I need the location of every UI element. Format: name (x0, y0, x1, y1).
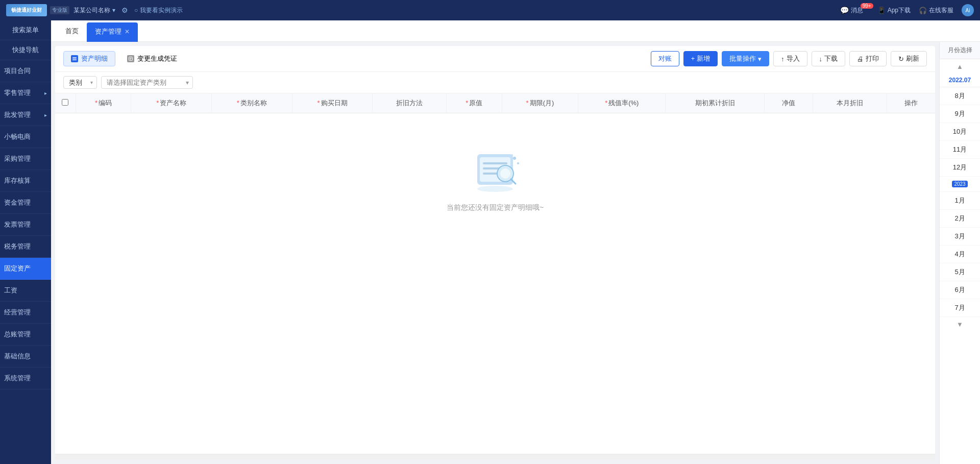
sidebar-item-fixed-assets[interactable]: 固定资产 (0, 258, 51, 280)
top-bar-left: 畅捷通好业财 专业版 某某公司名称 ▾ ⚙ ○ 我要看实例演示 (6, 4, 183, 16)
month-nav-down-button[interactable]: ▼ (955, 319, 965, 329)
month-label: 9月 (954, 109, 965, 118)
current-month-display[interactable]: 2022.07 (940, 74, 980, 87)
tax-label: 税务管理 (4, 242, 31, 251)
sidebar-item-payroll[interactable]: 工资 (0, 280, 51, 302)
svg-point-15 (513, 157, 516, 160)
demo-link[interactable]: ○ 我要看实例演示 (134, 6, 183, 15)
month-item-2022-09[interactable]: 9月 (940, 105, 980, 123)
sidebar-item-tax[interactable]: 税务管理 (0, 236, 51, 258)
user-avatar[interactable]: Ai (962, 4, 974, 16)
empty-state: 当前您还没有固定资产明细哦~ (55, 113, 935, 243)
sidebar-item-purchase-mgmt[interactable]: 采购管理 (0, 148, 51, 170)
retail-mgmt-label: 零售管理 (4, 88, 31, 97)
download-button[interactable]: ↓ 下载 (812, 51, 846, 66)
month-nav-up: ▲ (940, 59, 980, 74)
tab-active-label: 资产管理 (95, 27, 121, 36)
month-item-2023-07[interactable]: 7月 (940, 299, 980, 317)
project-contract-label: 项目合同 (4, 66, 31, 76)
month-item-2023-01[interactable]: 1月 (940, 192, 980, 210)
online-service-label: 在线客服 (929, 6, 953, 15)
batch-ops-button[interactable]: 批量操作 ▾ (722, 51, 769, 66)
col-residual-rate: *残值率(%) (578, 93, 666, 113)
month-label: 5月 (954, 267, 965, 277)
month-item-2023-05[interactable]: 5月 (940, 263, 980, 281)
sidebar-item-quick-nav[interactable]: 快捷导航 (0, 40, 51, 60)
system-mgmt-label: 系统管理 (4, 374, 31, 383)
messages-button[interactable]: 💬 消息 99+ (840, 6, 869, 15)
basic-info-label: 基础信息 (4, 352, 31, 361)
col-operations: 操作 (887, 93, 935, 113)
filter-bar: 类别 ▾ ▾ (55, 72, 935, 93)
month-item-2023-06[interactable]: 6月 (940, 281, 980, 299)
sidebar-item-finance[interactable]: 资金管理 (0, 192, 51, 214)
month-item-2022-08[interactable]: 8月 (940, 87, 980, 105)
col-code: *编码 (76, 93, 131, 113)
month-item-2022-10[interactable]: 10月 (940, 123, 980, 141)
page-body: 资产明细 变更生成凭证 对账 + 新增 批量操作 (51, 42, 980, 464)
tab-asset-management[interactable]: 资产管理 ✕ (87, 22, 138, 42)
sidebar-item-basic-info[interactable]: 基础信息 (0, 346, 51, 368)
year-2023-badge-row: 2023 (940, 177, 980, 192)
svg-rect-2 (72, 60, 77, 60)
col-original-value: *原值 (446, 93, 502, 113)
online-service-button[interactable]: 🎧 在线客服 (919, 6, 953, 15)
sidebar-item-inventory[interactable]: 库存核算 (0, 170, 51, 192)
print-button[interactable]: 🖨 打印 (849, 51, 887, 66)
message-icon: 💬 (840, 6, 849, 14)
sidebar-item-wholesale-mgmt[interactable]: 批发管理 ▸ (0, 104, 51, 126)
month-label: 2月 (954, 214, 965, 223)
category-filter-wrap: 类别 ▾ (63, 76, 97, 89)
tab-home[interactable]: 首页 (57, 20, 87, 42)
col-monthly-depreciation: 本月折旧 (813, 93, 887, 113)
download-label: 下载 (824, 54, 838, 63)
month-item-2023-04[interactable]: 4月 (940, 246, 980, 263)
settings-icon[interactable]: ⚙ (119, 4, 130, 16)
refresh-button[interactable]: ↻ 刷新 (891, 51, 927, 66)
month-nav-up-button[interactable]: ▲ (955, 61, 965, 71)
sidebar-item-project-contract[interactable]: 项目合同 (0, 60, 51, 82)
top-bar: 畅捷通好业财 专业版 某某公司名称 ▾ ⚙ ○ 我要看实例演示 💬 消息 99+… (0, 0, 980, 20)
svg-point-16 (517, 162, 519, 164)
chevron-down-icon: ▾ (758, 55, 762, 63)
svg-point-6 (477, 186, 513, 192)
month-item-2022-11[interactable]: 11月 (940, 141, 980, 159)
download-icon: ↓ (819, 55, 823, 63)
sidebar-item-search-menu[interactable]: 搜索菜单 (0, 20, 51, 40)
sidebar-item-system-mgmt[interactable]: 系统管理 (0, 368, 51, 389)
operations-label: 经营管理 (4, 308, 31, 317)
wholesale-mgmt-label: 批发管理 (4, 110, 31, 119)
month-item-2023-02[interactable]: 2月 (940, 210, 980, 228)
add-new-button[interactable]: + 新增 (683, 51, 718, 66)
month-item-2023-03[interactable]: 3月 (940, 228, 980, 246)
company-selector[interactable]: 某某公司名称 ▾ (74, 6, 115, 15)
month-item-2022-12[interactable]: 12月 (940, 159, 980, 177)
batch-ops-label: 批量操作 (729, 54, 756, 63)
demo-text: 我要看实例演示 (140, 6, 183, 15)
sidebar-item-operations[interactable]: 经营管理 (0, 302, 51, 324)
app-download-button[interactable]: 📱 App下载 (877, 6, 911, 15)
sidebar-item-general-ledger[interactable]: 总账管理 (0, 324, 51, 346)
top-bar-right: 💬 消息 99+ 📱 App下载 🎧 在线客服 Ai (840, 4, 974, 16)
tab-close-icon[interactable]: ✕ (125, 28, 130, 35)
brand-name: 畅捷通好业财 (11, 7, 42, 14)
import-button[interactable]: ↑ 导入 (773, 51, 807, 66)
sub-tab-asset-detail[interactable]: 资产明细 (63, 51, 115, 66)
category-input[interactable] (101, 76, 193, 89)
sidebar-item-invoice[interactable]: 发票管理 (0, 214, 51, 236)
select-all-checkbox[interactable] (62, 99, 68, 106)
col-category: *类别名称 (212, 93, 292, 113)
sub-tab-change-voucher[interactable]: 变更生成凭证 (119, 51, 185, 66)
asset-table: *编码 *资产名称 *类别名称 *购买日期 折旧方法 *原值 *期限(月) *残… (55, 93, 935, 113)
chevron-down-icon: ▾ (112, 7, 115, 14)
category-filter-select[interactable]: 类别 (63, 76, 97, 89)
col-period-months: *期限(月) (502, 93, 578, 113)
sub-tabs-left: 资产明细 变更生成凭证 (63, 51, 185, 66)
search-menu-label: 搜索菜单 (12, 26, 39, 34)
reconcile-button[interactable]: 对账 (651, 51, 679, 66)
headset-icon: 🎧 (919, 7, 927, 14)
brand-logo: 畅捷通好业财 (6, 4, 47, 16)
sidebar-item-ecommerce[interactable]: 小畅电商 (0, 126, 51, 148)
horizontal-scrollbar[interactable] (55, 454, 935, 460)
sidebar-item-retail-mgmt[interactable]: 零售管理 ▸ (0, 82, 51, 104)
